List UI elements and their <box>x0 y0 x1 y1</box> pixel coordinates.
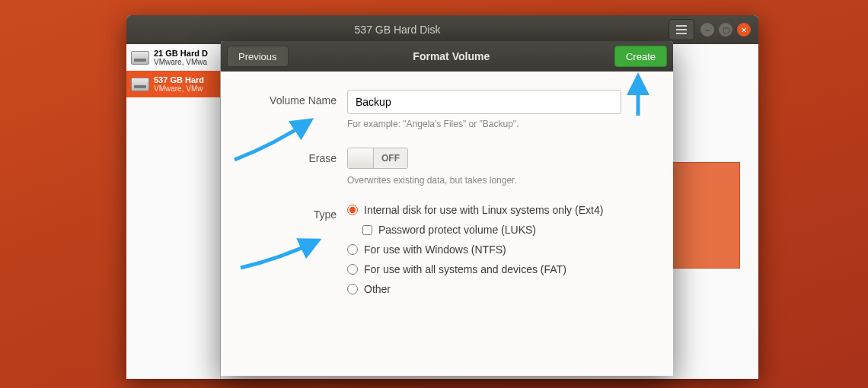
disk-title: 21 GB Hard D <box>154 49 208 58</box>
volume-name-hint: For example: "Angela's Files" or "Backup… <box>347 119 643 129</box>
previous-button[interactable]: Previous <box>227 46 289 67</box>
erase-label: Erase <box>266 148 347 164</box>
disk-subtitle: VMware, VMwa <box>154 58 208 66</box>
type-option-label: For use with all systems and devices (FA… <box>364 263 566 275</box>
app-titlebar: 537 GB Hard Disk – ▢ ✕ <box>126 15 758 44</box>
volume-name-input[interactable] <box>347 90 621 114</box>
window-maximize-button[interactable]: ▢ <box>719 23 732 37</box>
type-label: Type <box>266 204 347 221</box>
type-option-luks[interactable]: Password protect volume (LUKS) <box>362 224 643 236</box>
type-option-fat[interactable]: For use with all systems and devices (FA… <box>347 263 643 275</box>
radio-fat[interactable] <box>347 264 358 275</box>
switch-off-label: OFF <box>374 148 407 168</box>
app-menu-button[interactable] <box>669 19 694 40</box>
disk-subtitle: VMware, VMw <box>154 84 204 93</box>
dialog-header: Previous Format Volume Create <box>221 41 673 72</box>
dialog-body: Volume Name For example: "Angela's Files… <box>221 72 673 339</box>
radio-ntfs[interactable] <box>347 244 358 255</box>
volume-name-label: Volume Name <box>266 90 347 107</box>
checkbox-luks[interactable] <box>362 225 372 235</box>
hard-disk-icon <box>131 78 149 91</box>
hard-disk-icon <box>131 51 149 65</box>
dialog-title: Format Volume <box>289 50 614 62</box>
switch-knob <box>348 148 374 168</box>
app-title: 537 GB Hard Disk <box>126 24 669 36</box>
type-option-other[interactable]: Other <box>347 283 643 295</box>
radio-ext4[interactable] <box>347 205 358 215</box>
disk-list: 21 GB Hard D VMware, VMwa 537 GB Hard VM… <box>126 44 221 379</box>
erase-hint: Overwrites existing data, but takes long… <box>347 175 643 186</box>
type-option-ext4[interactable]: Internal disk for use with Linux systems… <box>347 204 643 216</box>
disk-title: 537 GB Hard <box>154 75 204 84</box>
disk-item[interactable]: 537 GB Hard VMware, VMw <box>126 71 220 97</box>
disk-item[interactable]: 21 GB Hard D VMware, VMwa <box>126 44 220 71</box>
create-button[interactable]: Create <box>614 46 667 67</box>
type-option-label: Internal disk for use with Linux systems… <box>364 204 603 216</box>
window-minimize-button[interactable]: – <box>700 23 714 37</box>
type-radiogroup: Internal disk for use with Linux systems… <box>347 204 643 303</box>
type-option-label: Password protect volume (LUKS) <box>378 224 536 236</box>
type-option-label: Other <box>364 283 391 295</box>
window-close-button[interactable]: ✕ <box>737 23 751 37</box>
type-option-label: For use with Windows (NTFS) <box>364 243 506 256</box>
format-volume-dialog: Previous Format Volume Create Volume Nam… <box>221 41 673 376</box>
erase-switch[interactable]: OFF <box>347 148 408 169</box>
type-option-ntfs[interactable]: For use with Windows (NTFS) <box>347 243 643 256</box>
radio-other[interactable] <box>347 284 358 294</box>
